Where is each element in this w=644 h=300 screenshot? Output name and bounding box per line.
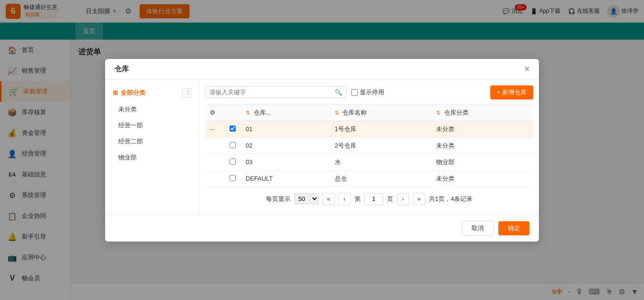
table-row[interactable]: ··· 01 1号仓库 未分类 [205, 121, 533, 137]
pagination: 每页显示 50 100 « ‹ 第 页 › » 共1页，4条记录 [205, 187, 533, 209]
modal-header: 仓库 × [105, 59, 539, 80]
row-code: 03 [241, 154, 330, 170]
row-category: 未分类 [431, 170, 533, 187]
row-actions [205, 170, 224, 187]
row-checkbox [224, 121, 241, 137]
modal-footer: 取消 确定 [105, 215, 539, 242]
row-category: 物业部 [431, 154, 533, 170]
row-actions [205, 154, 224, 170]
modal-overlay: 仓库 × ⊞ 全部分类 《 未分类 经营一部 [0, 0, 644, 300]
row-name: 1号仓库 [330, 121, 432, 137]
table-container: ⚙ ⇅ 仓库... ⇅ 仓库名称 [205, 104, 533, 187]
row-checkbox [224, 154, 241, 170]
category-panel: ⊞ 全部分类 《 未分类 经营一部 经营二部 物业部 [105, 80, 199, 215]
row-checkbox [224, 137, 241, 154]
table-toolbar: 🔍 显示停用 + 新增仓库 [205, 85, 533, 100]
row-actions: ··· [205, 121, 224, 137]
th-name: ⇅ 仓库名称 [330, 104, 432, 121]
table-row[interactable]: DEFAULT 总仓 未分类 [205, 170, 533, 187]
row-checkbox [224, 170, 241, 187]
th-category: ⇅ 仓库分类 [431, 104, 533, 121]
last-page-button[interactable]: » [413, 193, 425, 205]
category-item-unclassified[interactable]: 未分类 [105, 101, 199, 117]
table-panel: 🔍 显示停用 + 新增仓库 ⚙ [199, 80, 539, 215]
add-warehouse-button[interactable]: + 新增仓库 [490, 85, 533, 100]
row-actions [205, 137, 224, 154]
category-collapse-button[interactable]: 《 [182, 88, 191, 98]
confirm-button[interactable]: 确定 [498, 221, 529, 235]
table-row[interactable]: 03 水 物业部 [205, 154, 533, 170]
row-name: 2号仓库 [330, 137, 432, 154]
row-code: DEFAULT [241, 170, 330, 187]
category-item-property[interactable]: 物业部 [105, 150, 199, 166]
category-all-label: ⊞ 全部分类 [113, 89, 145, 97]
search-box: 🔍 [205, 86, 347, 98]
warehouse-modal: 仓库 × ⊞ 全部分类 《 未分类 经营一部 [105, 59, 539, 242]
row-name: 水 [330, 154, 432, 170]
prev-page-button[interactable]: ‹ [339, 193, 351, 205]
row-category: 未分类 [431, 137, 533, 154]
cancel-button[interactable]: 取消 [462, 221, 494, 236]
th-code: ⇅ 仓库... [241, 104, 330, 121]
show-disabled-checkbox[interactable] [351, 89, 358, 96]
modal-close-button[interactable]: × [524, 64, 529, 74]
table-row[interactable]: 02 2号仓库 未分类 [205, 137, 533, 154]
next-page-button[interactable]: › [397, 193, 409, 205]
search-input[interactable] [209, 89, 335, 96]
category-item-dept1[interactable]: 经营一部 [105, 117, 199, 133]
row-code: 02 [241, 137, 330, 154]
first-page-button[interactable]: « [322, 193, 335, 205]
category-item-dept2[interactable]: 经营二部 [105, 133, 199, 150]
category-all-header[interactable]: ⊞ 全部分类 《 [105, 84, 199, 101]
warehouse-table: ⚙ ⇅ 仓库... ⇅ 仓库名称 [205, 104, 533, 187]
modal-body: ⊞ 全部分类 《 未分类 经营一部 经营二部 物业部 [105, 80, 539, 215]
row-code: 01 [241, 121, 330, 137]
sort-category-icon: ⇅ [436, 110, 440, 116]
th-checkbox [224, 104, 241, 121]
show-disabled-area: 显示停用 [351, 88, 384, 97]
search-icon[interactable]: 🔍 [335, 89, 342, 96]
page-size-select[interactable]: 50 100 [294, 193, 319, 204]
page-input[interactable] [364, 193, 383, 205]
modal-title: 仓库 [115, 65, 129, 74]
th-settings: ⚙ [205, 104, 224, 121]
row-name: 总仓 [330, 170, 432, 187]
row-category: 未分类 [431, 121, 533, 137]
sort-code-icon: ⇅ [246, 110, 250, 116]
sort-name-icon: ⇅ [335, 110, 339, 116]
